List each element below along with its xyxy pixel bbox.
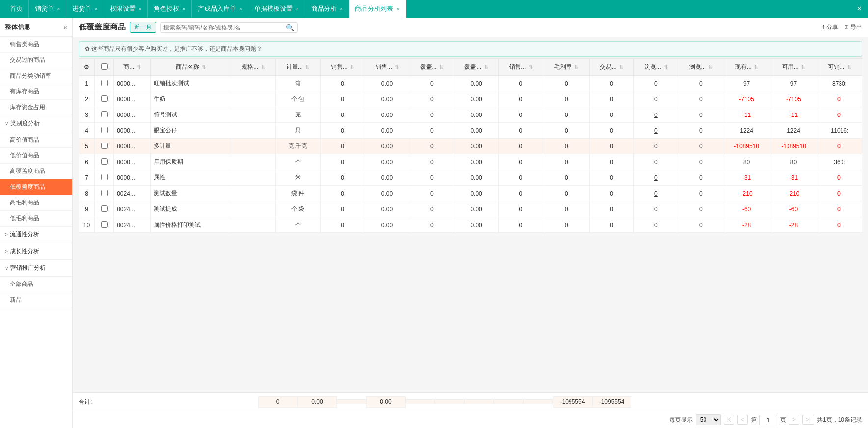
cover2-column-header[interactable]: 覆盖... ⇅ — [454, 59, 499, 76]
tab-template[interactable]: 单据模板设置 × — [248, 0, 305, 18]
tab-template-close[interactable]: × — [296, 6, 298, 12]
last-page-button[interactable]: >| — [802, 415, 814, 425]
tab-purchase-close[interactable]: × — [94, 6, 97, 12]
next-page-button[interactable]: > — [789, 415, 799, 425]
row-browse1[interactable]: 0 — [634, 201, 678, 217]
row-cover1: 0 — [409, 76, 454, 91]
sidebar-item-traded-goods[interactable]: 交易过的商品 — [0, 53, 72, 68]
gross-rate-column-header[interactable]: 毛利率 ⇅ — [543, 59, 589, 76]
tab-sales-close[interactable]: × — [57, 6, 60, 12]
row-sales3: 0 — [498, 123, 543, 139]
sidebar-item-high-coverage[interactable]: 高覆盖度商品 — [0, 164, 72, 179]
row-stock1: -11 — [723, 107, 770, 123]
close-all-tabs-button[interactable]: × — [850, 0, 868, 18]
page-input[interactable] — [760, 415, 777, 425]
sidebar-item-sales-goods[interactable]: 销售类商品 — [0, 37, 72, 53]
tab-permission[interactable]: 权限设置 × — [104, 0, 148, 18]
row-browse1[interactable]: 0 — [634, 170, 678, 186]
row-browse1[interactable]: 0 — [634, 186, 678, 201]
sidebar-item-high-value[interactable]: 高价值商品 — [0, 132, 72, 148]
sidebar-item-low-coverage[interactable]: 低覆盖度商品 — [0, 179, 72, 195]
sidebar-group-category[interactable]: ∨ 类别度分析 — [0, 115, 72, 132]
spec-column-header[interactable]: 规格... ⇅ — [231, 59, 276, 76]
trade-column-header[interactable]: 交易... ⇅ — [589, 59, 634, 76]
tab-sales[interactable]: 销货单 × — [29, 0, 66, 18]
row-trade: 0 — [589, 201, 634, 217]
browse2-column-header[interactable]: 浏览... ⇅ — [678, 59, 723, 76]
total-info: 共1页，10条记录 — [817, 416, 862, 424]
browse1-column-header[interactable]: 浏览... ⇅ — [634, 59, 678, 76]
tab-role[interactable]: 角色授权 × — [148, 0, 191, 18]
tab-analysis-list[interactable]: 商品分析列表 × — [349, 0, 406, 18]
export-button[interactable]: ↧ 导出 — [844, 23, 862, 31]
row-browse1[interactable]: 0 — [634, 107, 678, 123]
sidebar-item-stock-capital[interactable]: 库存资金占用 — [0, 100, 72, 115]
checkbox-column-header[interactable] — [95, 59, 114, 76]
sidebar-item-low-gross[interactable]: 低毛利商品 — [0, 211, 72, 227]
row-browse1[interactable]: 0 — [634, 76, 678, 91]
unit-column-header[interactable]: 计量... ⇅ — [275, 59, 320, 76]
cover1-column-header[interactable]: 覆盖... ⇅ — [409, 59, 454, 76]
stock3-column-header[interactable]: 可销... ⇅ — [817, 59, 862, 76]
total-browse1 — [494, 399, 523, 404]
select-all-checkbox[interactable] — [101, 63, 108, 70]
prev-page-button[interactable]: < — [737, 415, 748, 425]
sidebar-group-circulation[interactable]: > 流通性分析 — [0, 227, 72, 243]
row-browse1[interactable]: 0 — [634, 154, 678, 170]
sidebar-item-stocked-goods[interactable]: 有库存商品 — [0, 84, 72, 100]
page-title: 低覆盖度商品 — [79, 22, 126, 32]
sidebar-item-category-rate[interactable]: 商品分类动销率 — [0, 68, 72, 84]
row-code: 0000... — [114, 154, 151, 170]
row-browse1[interactable]: 0 — [634, 123, 678, 139]
tab-analysis-list-close[interactable]: × — [396, 6, 399, 12]
tab-warehouse-close[interactable]: × — [239, 6, 242, 12]
row-unit: 袋,件 — [275, 186, 320, 201]
sidebar-item-all-goods[interactable]: 全部商品 — [0, 277, 72, 292]
row-spec — [231, 217, 276, 233]
tab-warehouse[interactable]: 产成品入库单 × — [192, 0, 248, 18]
sidebar-item-low-value[interactable]: 低价值商品 — [0, 148, 72, 164]
code-column-header[interactable]: 商... ⇅ — [114, 59, 151, 76]
stock1-column-header[interactable]: 现有... ⇅ — [723, 59, 770, 76]
row-checkbox[interactable] — [95, 154, 114, 170]
search-input[interactable] — [163, 24, 286, 31]
sales-qty-column-header[interactable]: 销售... ⇅ — [320, 59, 365, 76]
sidebar-item-high-gross[interactable]: 高毛利商品 — [0, 195, 72, 211]
row-checkbox[interactable] — [95, 217, 114, 233]
page-size-select[interactable]: 50 10 20 100 — [696, 414, 721, 425]
sidebar-group-marketing[interactable]: ∨ 营销推广分析 — [0, 260, 72, 277]
tab-analysis-close[interactable]: × — [340, 6, 343, 12]
tab-role-close[interactable]: × — [182, 6, 185, 12]
row-checkbox[interactable] — [95, 170, 114, 186]
row-checkbox[interactable] — [95, 91, 114, 107]
sidebar-collapse-button[interactable]: « — [63, 23, 67, 31]
tab-permission-close[interactable]: × — [138, 6, 141, 12]
first-page-button[interactable]: K — [724, 415, 734, 425]
settings-column-header[interactable]: ⚙ — [79, 59, 95, 76]
row-browse1[interactable]: 0 — [634, 139, 678, 154]
stock2-column-header[interactable]: 可用... ⇅ — [770, 59, 817, 76]
row-num: 3 — [79, 107, 95, 123]
tab-analysis[interactable]: 商品分析 × — [305, 0, 349, 18]
row-browse1[interactable]: 0 — [634, 217, 678, 233]
row-checkbox[interactable] — [95, 139, 114, 154]
row-sales-qty: 0 — [320, 139, 365, 154]
time-filter-button[interactable]: 近一月 — [130, 22, 156, 33]
row-checkbox[interactable] — [95, 107, 114, 123]
sidebar-item-new-goods[interactable]: 新品 — [0, 292, 72, 308]
row-checkbox[interactable] — [95, 186, 114, 201]
sales3-column-header[interactable]: 销售... ⇅ — [498, 59, 543, 76]
tab-home[interactable]: 首页 — [4, 0, 29, 18]
row-unit: 个,包 — [275, 91, 320, 107]
row-browse1[interactable]: 0 — [634, 91, 678, 107]
sidebar-group-growth[interactable]: > 成长性分析 — [0, 243, 72, 260]
share-icon: ⤴ — [822, 24, 825, 31]
row-checkbox[interactable] — [95, 76, 114, 91]
tab-purchase[interactable]: 进货单 × — [66, 0, 104, 18]
row-checkbox[interactable] — [95, 201, 114, 217]
name-column-header[interactable]: 商品名称 ⇅ — [150, 59, 231, 76]
share-button[interactable]: ⤴ 分享 — [822, 23, 838, 31]
row-checkbox[interactable] — [95, 123, 114, 139]
row-sales-amt: 0.00 — [365, 154, 409, 170]
sales-amt-column-header[interactable]: 销售... ⇅ — [365, 59, 409, 76]
